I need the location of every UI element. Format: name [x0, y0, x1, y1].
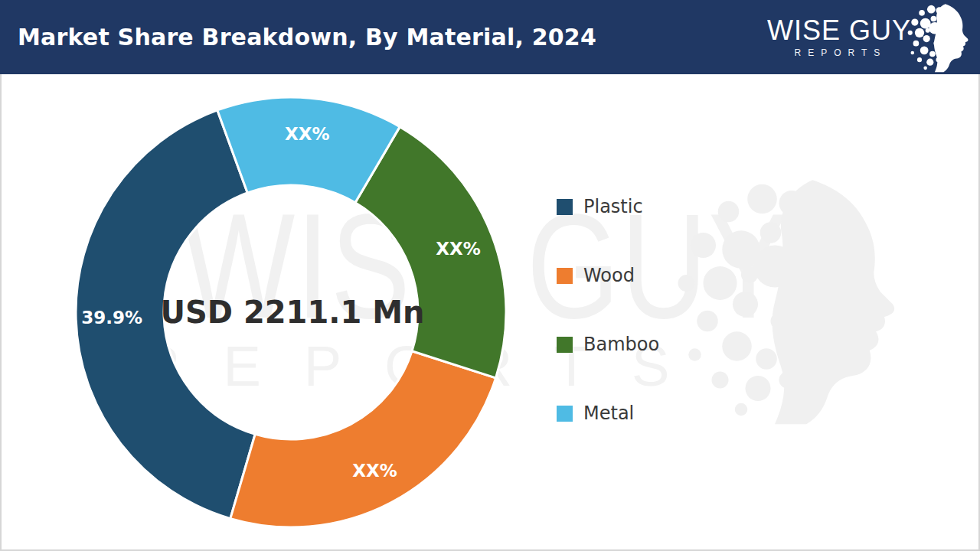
- donut-center-value: USD 2211.1 Mn: [161, 295, 425, 330]
- legend-swatch-bamboo: [557, 337, 573, 353]
- legend-swatch-metal: [557, 406, 573, 422]
- legend-swatch-wood: [557, 268, 573, 284]
- slice-label-wood: XX%: [352, 461, 397, 481]
- brand-subtitle: REPORTS: [792, 47, 887, 58]
- chart-legend: PlasticWoodBambooMetal: [557, 196, 659, 471]
- legend-label: Plastic: [583, 197, 643, 216]
- legend-item-plastic: Plastic: [557, 196, 659, 217]
- brand-face-icon: [900, 2, 974, 73]
- brand-logo: WISE GUY REPORTS: [767, 0, 974, 74]
- legend-label: Wood: [583, 266, 635, 285]
- legend-item-metal: Metal: [557, 403, 659, 424]
- page-title: Market Share Breakdown, By Material, 202…: [0, 24, 596, 51]
- brand-logo-text: WISE GUY REPORTS: [767, 17, 911, 58]
- slice-label-bamboo: XX%: [436, 239, 481, 259]
- report-page: WISE GUY REPORTS Market Share Breakdown,…: [0, 0, 980, 551]
- legend-item-bamboo: Bamboo: [557, 334, 659, 355]
- legend-label: Bamboo: [583, 335, 659, 354]
- slice-label-plastic: 39.9%: [81, 308, 142, 328]
- legend-label: Metal: [583, 404, 634, 422]
- donut-slice-wood: [230, 351, 496, 527]
- header-bar: Market Share Breakdown, By Material, 202…: [0, 0, 980, 74]
- legend-item-wood: Wood: [557, 265, 659, 286]
- slice-label-metal: XX%: [285, 124, 330, 144]
- brand-name: WISE GUY: [767, 17, 911, 44]
- legend-swatch-plastic: [557, 199, 573, 215]
- watermark-face-icon: [657, 167, 910, 433]
